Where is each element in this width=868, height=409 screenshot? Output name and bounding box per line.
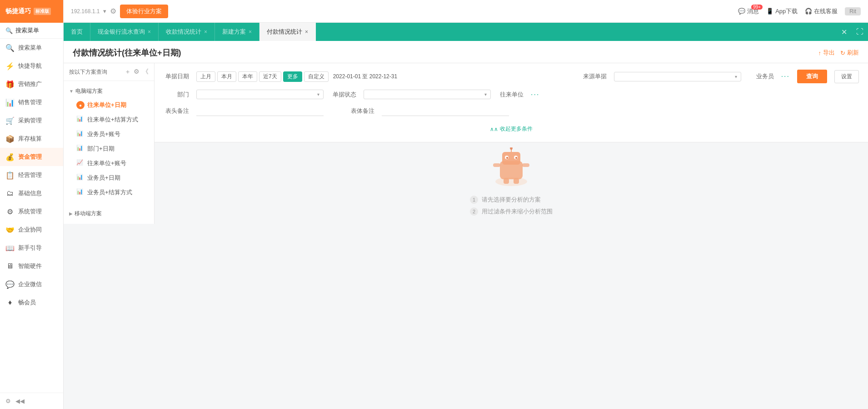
this-year-btn[interactable]: 本年 [238,71,257,82]
mobile-section: ▶ 移动端方案 [64,203,154,224]
sidebar-item-icon-basic: 🗂 [5,189,15,198]
topbar-app-download[interactable]: 📱 App下载 [766,7,798,15]
tree-item-staff-settle[interactable]: 📊 业务员+结算方式 [64,185,154,200]
tab-new-plan-close[interactable]: × [249,29,252,35]
dept-chevron-icon: ▾ [317,92,319,97]
sidebar-item-label-inventory: 库存核算 [18,135,42,143]
tab-cash-bank[interactable]: 现金银行流水查询 × [90,23,159,41]
tab-cash-bank-close[interactable]: × [148,29,151,35]
last-month-btn[interactable]: 上月 [196,71,215,82]
this-month-btn[interactable]: 本月 [217,71,236,82]
tab-payment-stats[interactable]: 付款情况统计 × [259,23,316,41]
left-panel-collapse-icon[interactable]: 《 [142,68,149,76]
tree-item-staff-date-label: 业务员+日期 [87,174,120,182]
sidebar-item-sales[interactable]: 📊销售管理 [0,93,63,111]
sidebar-search-item[interactable]: 🔍 搜索菜单 [0,23,63,39]
sidebar-item-operation[interactable]: 📋经营管理 [0,166,63,184]
sidebar: 畅捷通巧 标准版 🔍 搜索菜单 🔍搜索菜单⚡快捷导航🎁营销推广📊销售管理🛒采购管… [0,0,64,409]
sidebar-item-icon-purchase: 🛒 [5,116,15,125]
right-panel: 单据日期 上月 本月 本年 近7天 更多 自定义 2022-01-01 至 20… [155,63,868,224]
tree-item-staff-account[interactable]: 📊 业务员+账号 [64,127,154,141]
topbar-right: 💬 消息 99+ 📱 App下载 🎧 在线客服 Rit [738,7,861,15]
filter-row-1: 单据日期 上月 本月 本年 近7天 更多 自定义 2022-01-01 至 20… [164,70,859,83]
close-all-tabs-icon[interactable]: ✕ [837,28,852,36]
sidebar-item-guide[interactable]: 📖新手引导 [0,239,63,257]
tab-receipt-stats[interactable]: 收款情况统计 × [159,23,215,41]
sidebar-item-label-basic: 基础信息 [18,189,42,197]
more-btn[interactable]: 更多 [283,71,302,82]
chart-icon-4: 📈 [76,159,85,167]
sidebar-item-label-purchase: 采购管理 [18,116,42,125]
mobile-section-expand-icon: ▶ [69,211,73,216]
svg-rect-10 [522,163,529,167]
dept-select[interactable]: ▾ [196,90,324,99]
hint-text-2: 用过滤条件来缩小分析范围 [482,207,553,216]
tab-home[interactable]: 首页 [64,23,90,41]
topbar-user[interactable]: Rit [845,7,861,15]
sidebar-collapse-icon[interactable]: ◀◀ [15,398,25,404]
trial-btn[interactable]: 体验行业方案 [120,5,168,18]
topbar-chevron-icon: ▾ [103,8,106,15]
last-7-btn[interactable]: 近7天 [259,71,281,82]
left-panel-add-icon[interactable]: ＋ [125,68,131,76]
sidebar-item-marketing[interactable]: 🎁营销推广 [0,75,63,93]
sidebar-item-wechat[interactable]: 💬企业微信 [0,275,63,293]
pc-section-header[interactable]: ▼ 电脑端方案 [64,85,154,98]
staff-dots[interactable]: ··· [781,72,790,81]
tree-item-staff-date[interactable]: 📊 业务员+日期 [64,171,154,185]
table-header-note-input[interactable] [196,106,324,116]
filter-settings-btn[interactable]: 设置 [834,70,859,83]
sidebar-search-label: 搜索菜单 [15,26,39,35]
table-body-note-input[interactable] [382,106,509,116]
voucher-status-label: 单据状态 [331,91,356,99]
tab-new-plan-label: 新建方案 [222,28,246,36]
sidebar-item-inventory[interactable]: 📦库存核算 [0,130,63,148]
main-area: 192.168.1.1 ▾ ⚙ 体验行业方案 💬 消息 99+ 📱 App下载 … [64,0,868,409]
tree-item-partner-account[interactable]: 📈 往来单位+账号 [64,156,154,171]
sidebar-item-search[interactable]: 🔍搜索菜单 [0,39,63,57]
tab-receipt-stats-close[interactable]: × [204,29,207,35]
tree-item-dept-date[interactable]: 📊 部门+日期 [64,141,154,156]
tab-new-plan[interactable]: 新建方案 × [215,23,259,41]
collapse-conditions-btn[interactable]: ∧∧ 收起更多条件 [481,122,542,136]
sidebar-item-basic[interactable]: 🗂基础信息 [0,184,63,202]
sidebar-item-enterprise[interactable]: 🤝企业协同 [0,221,63,239]
voucher-status-select[interactable]: ▾ [364,90,491,99]
topbar-customer-service[interactable]: 🎧 在线客服 [805,7,838,15]
tree-item-partner-date[interactable]: ● 往来单位+日期 [64,98,154,112]
message-badge: 99+ [751,5,763,10]
sidebar-item-vip[interactable]: ♦畅会员 [0,293,63,312]
pc-section-label: 电脑端方案 [75,87,103,95]
svg-rect-11 [504,178,509,184]
search-icon: 🔍 [5,27,13,34]
maximize-icon[interactable]: ⛶ [852,28,868,36]
export-btn[interactable]: ↑ 导出 [818,49,835,57]
empty-state-area: 1 请先选择要分析的方案 2 用过滤条件来缩小分析范围 [155,142,868,224]
topbar-messages[interactable]: 💬 消息 99+ [738,7,759,15]
sidebar-item-system[interactable]: ⚙系统管理 [0,202,63,221]
sidebar-item-label-hardware: 智能硬件 [18,262,42,270]
sidebar-item-capital[interactable]: 💰资金管理 [0,148,63,166]
chart-icon-6: 📊 [76,188,85,197]
mobile-section-header[interactable]: ▶ 移动端方案 [64,207,154,220]
staff-label: 业务员 [748,72,774,81]
query-btn[interactable]: 查询 [797,70,827,83]
left-panel-header: 按以下方案查询 ＋ ⚙ 《 [64,63,154,81]
page-actions: ↑ 导出 ↻ 刷新 [818,49,859,57]
partner-dots[interactable]: ··· [531,91,539,99]
tree-item-partner-settle[interactable]: 📊 往来单位+结算方式 [64,112,154,127]
sidebar-item-purchase[interactable]: 🛒采购管理 [0,111,63,130]
left-panel-settings-icon[interactable]: ⚙ [134,68,140,76]
sidebar-settings-icon[interactable]: ⚙ [5,398,11,404]
tab-payment-stats-close[interactable]: × [305,29,308,35]
hint-item-1: 1 请先选择要分析的方案 [470,196,553,204]
sidebar-item-hardware[interactable]: 🖥智能硬件 [0,257,63,275]
sidebar-item-quick-nav[interactable]: ⚡快捷导航 [0,57,63,75]
empty-hints: 1 请先选择要分析的方案 2 用过滤条件来缩小分析范围 [470,196,553,219]
refresh-btn[interactable]: ↻ 刷新 [840,49,859,57]
topbar-settings-icon[interactable]: ⚙ [110,7,116,15]
tab-home-label: 首页 [71,28,83,36]
svg-rect-2 [502,152,520,165]
custom-btn[interactable]: 自定义 [304,71,329,82]
source-select[interactable]: ▾ [614,72,741,81]
